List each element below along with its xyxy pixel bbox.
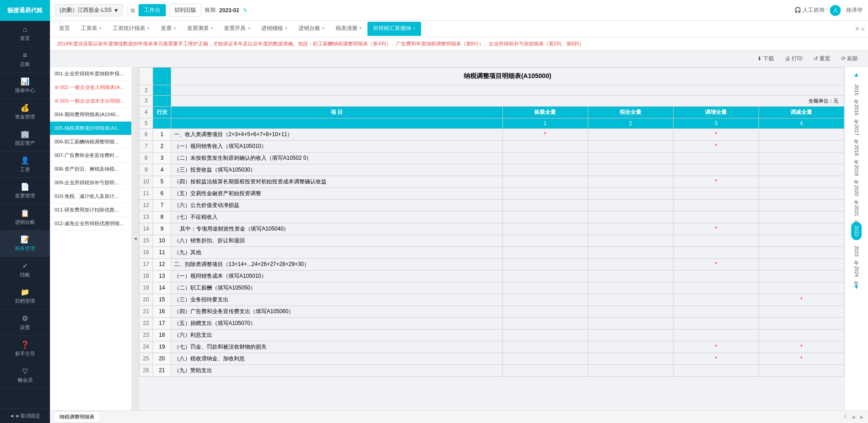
- year-2022[interactable]: 2022年: [851, 222, 862, 240]
- sidebar-item-home[interactable]: ⌂ 首页: [0, 21, 50, 47]
- sidebar-item-sales-ledger[interactable]: 📋 进销台账: [0, 204, 50, 231]
- col-a-subheader: [153, 118, 171, 128]
- year-2018[interactable]: 2018年: [851, 141, 862, 159]
- sidebar-item-label: 总账: [20, 61, 30, 68]
- invoice-mgmt-icon: 📄: [20, 182, 30, 191]
- tab-invoice[interactable]: 发票 ×: [155, 22, 182, 36]
- refresh-btn[interactable]: ⟳ 刷新: [838, 54, 861, 64]
- tab-close[interactable]: ×: [359, 26, 362, 31]
- left-item-011[interactable]: 011-研发费用加计扣除优惠...: [50, 203, 131, 217]
- year-scroll-up[interactable]: ▲: [852, 69, 862, 80]
- switch-old-button[interactable]: 切到旧版: [169, 4, 201, 17]
- sidebar: 畅捷通易代账 ⌂ 首页 ≡ 总账 📊 报表中心 💰 资金管理 🏢 固定资产 👤 …: [0, 0, 50, 423]
- sidebar-item-label: 工资: [20, 166, 30, 173]
- left-item-008[interactable]: 008-资产折旧、摊销及纳税...: [50, 162, 131, 176]
- tab-purchase-audit[interactable]: 进销稽核 ×: [256, 22, 293, 36]
- company-selector[interactable]: (勿删）江西股金-LSS ▼: [55, 4, 123, 16]
- tab-close[interactable]: ×: [211, 26, 213, 31]
- tab-close[interactable]: ×: [174, 26, 176, 31]
- period-label: 账期: [205, 6, 216, 14]
- sidebar-item-ledger[interactable]: ≡ 总账: [0, 47, 50, 73]
- left-item-006[interactable]: 006-职工薪酬纳税调整明细...: [50, 135, 131, 149]
- sidebar-item-guide[interactable]: ❓ 新手引导: [0, 336, 50, 362]
- tab-close[interactable]: ×: [99, 26, 102, 31]
- ai-consult-btn[interactable]: 🎧 人工咨询: [794, 6, 824, 14]
- tab-close[interactable]: ×: [147, 26, 150, 31]
- download-btn[interactable]: ⬇ 下载: [754, 54, 777, 64]
- left-item-009[interactable]: 009-企业所得税弥补亏损明...: [50, 176, 131, 190]
- sidebar-unpin[interactable]: ◄◄ 取消固定: [0, 408, 50, 423]
- bottom-tab-adjust[interactable]: 纳税调整明细表: [54, 411, 100, 423]
- app-logo: 畅捷通易代账: [0, 0, 50, 21]
- left-item-007[interactable]: 007-广告费和业务宣传费时...: [50, 149, 131, 162]
- username[interactable]: 徐泽华: [846, 6, 863, 14]
- payroll-icon: 👤: [20, 156, 30, 165]
- tab-purchase-ledger[interactable]: 进销台账 ×: [293, 22, 330, 36]
- sidebar-item-tax[interactable]: 📝 税务管理: [0, 231, 50, 257]
- year-2019[interactable]: 2019年: [851, 161, 862, 179]
- left-item-003[interactable]: ⊘ 003-一般企业成本支出明细...: [50, 94, 131, 108]
- col-a-cell: [153, 95, 171, 106]
- sidebar-item-label: 设置: [20, 324, 30, 331]
- year-2017[interactable]: 2017年: [851, 121, 862, 139]
- period-edit-icon[interactable]: ✎: [243, 7, 248, 14]
- year-scroll-down[interactable]: ▼: [852, 281, 862, 292]
- left-item-001[interactable]: 001-企业所得税年度纳税申报...: [50, 67, 131, 81]
- left-item-005[interactable]: 005-纳税调整项目明细表(A1...: [50, 122, 131, 135]
- close-all-tabs[interactable]: ×: [855, 25, 859, 33]
- scroll-left[interactable]: ◄: [851, 414, 856, 420]
- left-item-002[interactable]: ⊘ 002-一般企业收入明细表(A1...: [50, 81, 131, 94]
- table-row: 21 16 （四）广告费和业务宣传费支出（填写A105060）: [139, 305, 844, 317]
- print-btn[interactable]: 🖨 打印: [782, 54, 805, 64]
- scroll-right[interactable]: ►: [859, 414, 864, 420]
- table-row: 7 2 （一）视同销售收入（填写A105010） *: [139, 140, 844, 152]
- year-2021[interactable]: 2021年: [851, 202, 862, 220]
- company-name: (勿删）江西股金-LSS: [60, 6, 112, 14]
- sidebar-item-label: 发票管理: [15, 192, 35, 199]
- sheet-wrapper[interactable]: 纳税调整项目明细表(A105000) 2 3: [139, 67, 844, 411]
- tab-close[interactable]: ×: [322, 26, 325, 31]
- year-2023[interactable]: 2023年: [851, 242, 862, 260]
- row-num: 3: [139, 95, 153, 106]
- workspace-button[interactable]: 工作台: [139, 4, 166, 16]
- tab-home[interactable]: 首页: [54, 22, 75, 36]
- sidebar-item-reports[interactable]: 📊 报表中心: [0, 73, 50, 99]
- refresh-icon: ⟳: [841, 55, 846, 62]
- sidebar-item-invoice-mgmt[interactable]: 📄 发票管理: [0, 178, 50, 204]
- left-panel: 001-企业所得税年度纳税申报... ⊘ 002-一般企业收入明细表(A1...…: [50, 67, 132, 411]
- table-row: 20 15 （三）业务招待要支出 *: [139, 294, 844, 305]
- tabbar: 首页 工资表 × 工资统计报表 × 发票 × 发票测算 × 发票开具 × 进销稽…: [50, 21, 868, 37]
- sidebar-item-payroll[interactable]: 👤 工资: [0, 152, 50, 178]
- tab-payroll[interactable]: 工资表 ×: [75, 22, 107, 36]
- tab-invoice-issue[interactable]: 发票开具 ×: [218, 22, 256, 36]
- sidebar-item-archive[interactable]: 📁 归档管理: [0, 283, 50, 310]
- sidebar-item-settings[interactable]: ⚙ 设置: [0, 310, 50, 336]
- tab-close[interactable]: ×: [248, 26, 250, 31]
- tab-payroll-stats[interactable]: 工资统计报表 ×: [107, 22, 155, 36]
- reset-btn[interactable]: ↺ 重置: [811, 54, 833, 64]
- sidebar-item-member[interactable]: ▽ 畅会员: [0, 362, 50, 389]
- left-item-004[interactable]: 004-期间费用明细表(A1040...: [50, 108, 131, 122]
- tab-invoice-calc[interactable]: 发票测算 ×: [182, 22, 219, 36]
- topbar-copy-icon[interactable]: ⧉: [131, 7, 135, 14]
- tax-icon: 📝: [20, 235, 30, 244]
- sidebar-item-close[interactable]: ✓ 结账: [0, 257, 50, 283]
- col-b-subheader: [171, 118, 503, 128]
- tab-more[interactable]: ≡: [861, 26, 864, 32]
- year-2020[interactable]: 2020年: [851, 182, 862, 200]
- left-item-012[interactable]: 012-减免企业所得税优惠明细...: [50, 217, 131, 231]
- left-item-010[interactable]: 010-免税、减计收入及加计...: [50, 190, 131, 203]
- sidebar-item-assets[interactable]: 🏢 固定资产: [0, 125, 50, 152]
- collapse-panel-btn[interactable]: ◄: [132, 67, 139, 411]
- year-2015[interactable]: 2015年: [851, 81, 862, 99]
- col-hangci-header: 行次: [153, 106, 171, 118]
- tab-close[interactable]: ×: [285, 26, 288, 31]
- col-tiaojian-header: 调减全量: [759, 106, 844, 118]
- tab-tax-clearance[interactable]: 税表清册 ×: [330, 22, 367, 36]
- year-2024[interactable]: 2024年: [851, 262, 862, 280]
- year-2016[interactable]: 2016年: [851, 101, 862, 119]
- tab-income-tax[interactable]: 所得税汇算缴纳 ×: [367, 22, 421, 36]
- member-icon: ▽: [22, 367, 28, 375]
- tab-close[interactable]: ×: [413, 26, 416, 31]
- sidebar-item-finance[interactable]: 💰 资金管理: [0, 99, 50, 125]
